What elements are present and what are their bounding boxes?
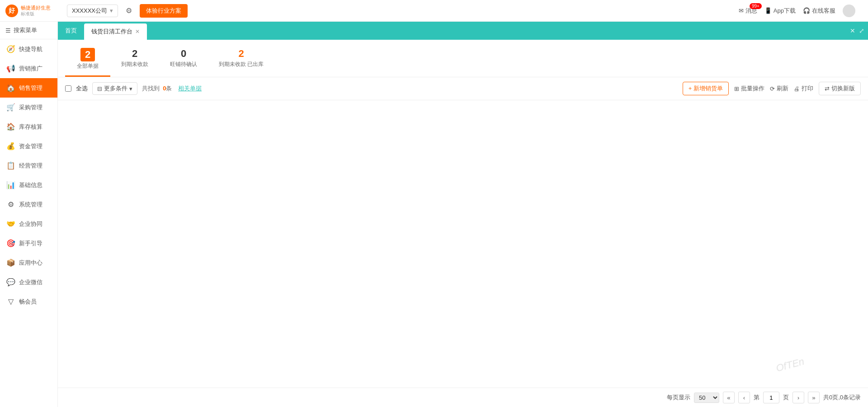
- sidebar-item-enterprise[interactable]: 🤝 企业协同: [0, 214, 57, 234]
- sidebar-item-quick-nav[interactable]: 🧭 快捷导航: [0, 39, 57, 59]
- sidebar-item-enterprise-wechat[interactable]: 💬 企业微信: [0, 272, 57, 292]
- switch-version-button[interactable]: ⇄ 切换新版: [819, 82, 861, 95]
- sidebar-item-operations[interactable]: 📋 经营管理: [0, 156, 57, 175]
- new-sales-order-button[interactable]: + 新增销货单: [683, 82, 729, 95]
- compass-icon: 🧭: [6, 45, 15, 53]
- related-orders-link[interactable]: 相关单据: [178, 84, 202, 93]
- basics-icon: 📊: [6, 181, 15, 189]
- logo-area: 好 畅捷通好生意 标准版: [5, 5, 63, 17]
- stats-tabs: 2 全部单据 2 到期未收款 0 旺铺待确认 2 到期未收款 已出库: [58, 40, 868, 77]
- page-size-label: 每页显示: [667, 393, 690, 402]
- messages-button[interactable]: ✉ 消息 99+: [739, 7, 757, 15]
- sidebar: ☰ 搜索菜单 🧭 快捷导航 📢 营销推广 🏠 销售管理 🛒 采购管理 🏠 库存核…: [0, 22, 58, 407]
- stat-label-unshipped: 到期未收款 已出库: [219, 61, 264, 68]
- stat-label-overdue: 到期未收款: [121, 61, 148, 68]
- tab-bar: 首页 钱货日清工作台 ✕ ✕ ⤢: [58, 22, 868, 40]
- app-center-icon: 📦: [6, 258, 15, 267]
- tab-home[interactable]: 首页: [58, 22, 84, 40]
- pagination-bar: 每页显示 10 20 50 100 « ‹ 第 页 › » 共0页,0条记录: [58, 388, 868, 407]
- total-info: 共0页,0条记录: [823, 393, 861, 402]
- select-all-checkbox[interactable]: [65, 85, 71, 92]
- sidebar-item-finance[interactable]: 💰 资金管理: [0, 136, 57, 156]
- toolbar: 全选 ⊟ 更多条件 ▾ 共找到 0条 相关单据 + 新增销货单 ⊞: [58, 77, 868, 100]
- stat-number-wangdian: 0: [181, 48, 186, 60]
- wechat-icon: 💬: [6, 278, 15, 286]
- top-header: 好 畅捷通好生意 标准版 XXXXXX公司 ▾ ⚙ 体验行业方案 ✉ 消息 99…: [0, 0, 868, 22]
- empty-state: [58, 100, 868, 388]
- chevron-down-icon: ▾: [110, 7, 113, 14]
- tab-workbench[interactable]: 钱货日清工作台 ✕: [84, 23, 147, 40]
- header-right: ✉ 消息 99+ 📱 App下载 🎧 在线客服: [739, 5, 863, 17]
- stat-tab-wangdian[interactable]: 0 旺铺待确认: [159, 45, 208, 77]
- service-icon: 🎧: [803, 7, 810, 14]
- logo-text: 畅捷通好生意 标准版: [21, 5, 51, 17]
- download-icon: 📱: [764, 7, 772, 14]
- page-size-select[interactable]: 10 20 50 100: [694, 393, 719, 403]
- purchase-icon: 🛒: [6, 103, 15, 112]
- system-icon: ⚙: [6, 200, 15, 209]
- last-page-button[interactable]: »: [808, 392, 820, 403]
- filter-button[interactable]: ⊟ 更多条件 ▾: [92, 82, 137, 95]
- stat-label-wangdian: 旺铺待确认: [170, 61, 197, 68]
- stat-tab-unshipped[interactable]: 2 到期未收款 已出库: [208, 45, 274, 77]
- refresh-icon: ⟳: [770, 85, 775, 92]
- page-prefix: 第: [754, 393, 760, 402]
- page-suffix: 页: [783, 393, 789, 402]
- search-icon: ☰: [5, 27, 11, 34]
- first-page-button[interactable]: «: [723, 392, 735, 403]
- prev-page-button[interactable]: ‹: [738, 392, 750, 403]
- next-page-button[interactable]: ›: [793, 392, 804, 403]
- chevron-down-icon: ▾: [129, 85, 132, 92]
- maximize-icon[interactable]: ⤢: [859, 27, 864, 34]
- filter-icon: ⊟: [97, 85, 102, 92]
- online-service-button[interactable]: 🎧 在线客服: [803, 7, 835, 15]
- sidebar-item-member[interactable]: ▽ 畅会员: [0, 292, 57, 311]
- batch-operation-button[interactable]: ⊞ 批量操作: [734, 84, 764, 93]
- content-area: 首页 钱货日清工作台 ✕ ✕ ⤢ 2 全部单据 2 到期未收款: [58, 22, 868, 407]
- avatar[interactable]: [843, 5, 855, 17]
- page-content: 2 全部单据 2 到期未收款 0 旺铺待确认 2 到期未收款 已出库: [58, 40, 868, 407]
- sales-icon: 🏠: [6, 84, 15, 92]
- print-icon: 🖨: [794, 85, 800, 92]
- sidebar-item-newbie[interactable]: 🎯 新手引导: [0, 234, 57, 253]
- tab-close-icon[interactable]: ✕: [135, 28, 140, 35]
- stat-number-all: 2: [80, 48, 95, 61]
- toolbar-left: 全选 ⊟ 更多条件 ▾ 共找到 0条 相关单据: [65, 82, 202, 95]
- sidebar-item-inventory[interactable]: 🏠 库存核算: [0, 117, 57, 136]
- toolbar-right: + 新增销货单 ⊞ 批量操作 ⟳ 刷新 🖨 打印 ⇄: [683, 82, 861, 95]
- newbie-icon: 🎯: [6, 239, 15, 248]
- operations-icon: 📋: [6, 161, 15, 170]
- experience-button[interactable]: 体验行业方案: [140, 4, 188, 18]
- messages-badge: 99+: [750, 3, 762, 9]
- sidebar-item-system[interactable]: ⚙ 系统管理: [0, 195, 57, 214]
- found-text: 共找到 0条: [142, 84, 174, 93]
- search-menu-button[interactable]: ☰ 搜索菜单: [0, 22, 57, 39]
- sidebar-item-sales[interactable]: 🏠 销售管理: [0, 78, 57, 98]
- marketing-icon: 📢: [6, 64, 15, 73]
- table-area: [58, 100, 868, 388]
- batch-icon: ⊞: [734, 85, 739, 92]
- company-selector[interactable]: XXXXXX公司 ▾: [67, 5, 118, 17]
- inventory-icon: 🏠: [6, 122, 15, 131]
- page-number-input[interactable]: [763, 392, 779, 403]
- sidebar-item-marketing[interactable]: 📢 营销推广: [0, 59, 57, 78]
- print-button[interactable]: 🖨 打印: [794, 84, 813, 93]
- sidebar-item-app-center[interactable]: 📦 应用中心: [0, 253, 57, 272]
- enterprise-icon: 🤝: [6, 220, 15, 228]
- stat-tab-overdue[interactable]: 2 到期未收款: [110, 45, 159, 77]
- tab-bar-actions: ✕ ⤢: [850, 27, 868, 34]
- main-layout: ☰ 搜索菜单 🧭 快捷导航 📢 营销推广 🏠 销售管理 🛒 采购管理 🏠 库存核…: [0, 22, 868, 407]
- stat-tab-all[interactable]: 2 全部单据: [65, 45, 110, 77]
- app-download-button[interactable]: 📱 App下载: [764, 7, 796, 15]
- sidebar-item-basics[interactable]: 📊 基础信息: [0, 175, 57, 195]
- settings-button[interactable]: ⚙: [122, 4, 136, 18]
- stat-label-all: 全部单据: [77, 62, 99, 70]
- sidebar-item-purchase[interactable]: 🛒 采购管理: [0, 98, 57, 117]
- switch-icon: ⇄: [825, 85, 830, 92]
- select-all-label: 全选: [76, 84, 88, 93]
- message-icon: ✉: [739, 7, 744, 14]
- stat-number-unshipped: 2: [239, 48, 244, 60]
- member-icon: ▽: [6, 297, 15, 306]
- close-window-icon[interactable]: ✕: [850, 27, 855, 34]
- refresh-button[interactable]: ⟳ 刷新: [770, 84, 788, 93]
